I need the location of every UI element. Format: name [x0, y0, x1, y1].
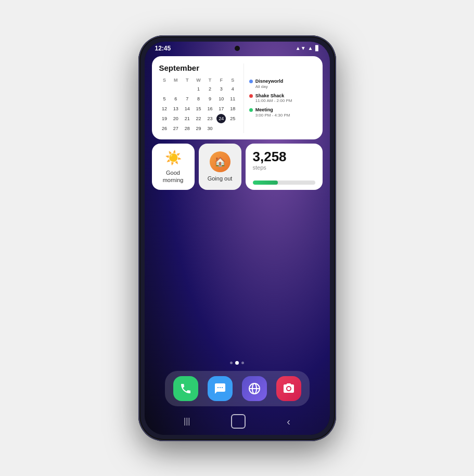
dock-camera-icon[interactable]	[276, 376, 301, 401]
cal-day-1[interactable]: 1	[194, 84, 203, 94]
cal-header-t2: T	[204, 76, 215, 84]
cal-day-22[interactable]: 22	[194, 114, 203, 123]
camera-notch	[235, 46, 240, 51]
cal-header-w: W	[193, 76, 204, 84]
cal-day-empty	[160, 84, 169, 94]
event-dot-green	[249, 108, 253, 112]
event-title-disneyworld: Disneyworld	[255, 79, 284, 84]
weather-label: Goodmorning	[163, 169, 184, 184]
event-dot-red	[249, 94, 253, 98]
page-dot-1	[230, 362, 233, 364]
calendar-month: September	[159, 63, 238, 72]
event-disneyworld[interactable]: Disneyworld All day	[249, 79, 315, 89]
cal-day-25[interactable]: 25	[228, 114, 237, 123]
widgets-area: September S M T W T F S 1	[152, 56, 323, 190]
dock-icons	[165, 371, 310, 406]
event-title-shakeshack: Shake Shack	[255, 93, 285, 99]
nav-recents-button[interactable]: |||	[177, 414, 196, 429]
phone-screen: 12:45 ▲▼ ▲ ▊ September S M T	[145, 42, 330, 435]
event-time-disneyworld: All day	[255, 84, 315, 89]
cal-header-s: S	[159, 76, 170, 84]
cal-day-21[interactable]: 21	[183, 114, 192, 123]
battery-icon: ▊	[315, 45, 319, 51]
dock-area	[145, 361, 330, 406]
home-icon: 🏠	[210, 151, 230, 172]
cal-day-empty	[228, 124, 237, 133]
cal-day-8[interactable]: 8	[194, 94, 203, 104]
cal-day-27[interactable]: 27	[171, 124, 181, 133]
event-shakeshack[interactable]: Shake Shack 11:00 AM - 2:00 PM	[249, 93, 315, 104]
home-label: Going out	[208, 175, 233, 182]
event-time-meeting: 3:00 PM - 4:30 PM	[255, 113, 315, 118]
status-time: 12:45	[155, 45, 171, 52]
wifi-icon: ▲	[308, 45, 313, 51]
weather-widget[interactable]: ☀️ Goodmorning	[152, 144, 195, 190]
nav-bar: ||| ‹	[145, 413, 330, 431]
cal-header-s2: S	[227, 76, 238, 84]
cal-day-16[interactable]: 16	[205, 104, 214, 113]
dock-internet-icon[interactable]	[242, 376, 267, 401]
cal-day-5[interactable]: 5	[160, 94, 169, 104]
svg-point-3	[287, 387, 290, 390]
cal-day-24-today[interactable]: 24	[216, 114, 226, 123]
cal-day-7[interactable]: 7	[183, 94, 192, 104]
page-dot-3	[241, 362, 244, 364]
event-time-shakeshack: 11:00 AM - 2:00 PM	[255, 98, 315, 103]
event-title-meeting: Meeting	[255, 107, 273, 113]
cal-day-11[interactable]: 11	[228, 94, 237, 104]
cal-day-empty	[216, 124, 226, 133]
dock-messages-icon[interactable]	[208, 376, 233, 401]
home-widget[interactable]: 🏠 Going out	[199, 144, 241, 190]
signal-icon: ▲▼	[296, 45, 306, 51]
event-dot-blue	[249, 80, 253, 83]
cal-day-29[interactable]: 29	[194, 124, 203, 133]
cal-day-2[interactable]: 2	[205, 84, 214, 94]
cal-day-20[interactable]: 20	[171, 114, 181, 123]
page-indicators	[230, 361, 244, 365]
sun-icon: ☀️	[165, 150, 182, 166]
small-widgets-row: ☀️ Goodmorning 🏠 Going out 3,258 steps	[152, 144, 323, 190]
cal-header-t1: T	[182, 76, 193, 84]
nav-home-button[interactable]	[231, 414, 246, 429]
phone-device: 12:45 ▲▼ ▲ ▊ September S M T	[138, 35, 336, 441]
event-meeting[interactable]: Meeting 3:00 PM - 4:30 PM	[249, 107, 315, 118]
calendar-widget[interactable]: September S M T W T F S 1	[152, 56, 323, 139]
dock-phone-icon[interactable]	[173, 376, 198, 401]
cal-header-f: F	[216, 76, 227, 84]
nav-back-button[interactable]: ‹	[280, 413, 297, 431]
page-dot-2-active	[235, 361, 239, 365]
cal-header-m: M	[170, 76, 181, 84]
cal-day-18[interactable]: 18	[228, 104, 237, 113]
cal-day-30[interactable]: 30	[205, 124, 214, 133]
cal-day-13[interactable]: 13	[171, 104, 181, 113]
calendar-left: September S M T W T F S 1	[159, 63, 238, 133]
cal-day-10[interactable]: 10	[216, 94, 226, 104]
cal-day-15[interactable]: 15	[194, 104, 203, 113]
cal-day-23[interactable]: 23	[205, 114, 214, 123]
steps-progress-bar	[253, 181, 315, 185]
steps-label: steps	[253, 164, 315, 171]
cal-day-17[interactable]: 17	[216, 104, 226, 113]
cal-day-6[interactable]: 6	[171, 94, 181, 104]
cal-day-9[interactable]: 9	[205, 94, 214, 104]
status-icons: ▲▼ ▲ ▊	[296, 45, 319, 51]
steps-progress-fill	[253, 181, 278, 185]
cal-day-empty	[171, 84, 181, 94]
steps-widget[interactable]: 3,258 steps	[246, 144, 323, 190]
cal-day-12[interactable]: 12	[160, 104, 169, 113]
calendar-events: Disneyworld All day Shake Shack 11:00 AM…	[244, 63, 315, 133]
cal-day-28[interactable]: 28	[183, 124, 192, 133]
cal-day-4[interactable]: 4	[228, 84, 237, 94]
cal-day-14[interactable]: 14	[183, 104, 192, 113]
steps-number: 3,258	[253, 150, 315, 163]
cal-day-3[interactable]: 3	[216, 84, 226, 94]
cal-day-19[interactable]: 19	[160, 114, 169, 123]
calendar-grid: S M T W T F S 1 2 3 4	[159, 76, 238, 133]
cal-day-empty	[183, 84, 192, 94]
cal-day-26[interactable]: 26	[160, 124, 169, 133]
